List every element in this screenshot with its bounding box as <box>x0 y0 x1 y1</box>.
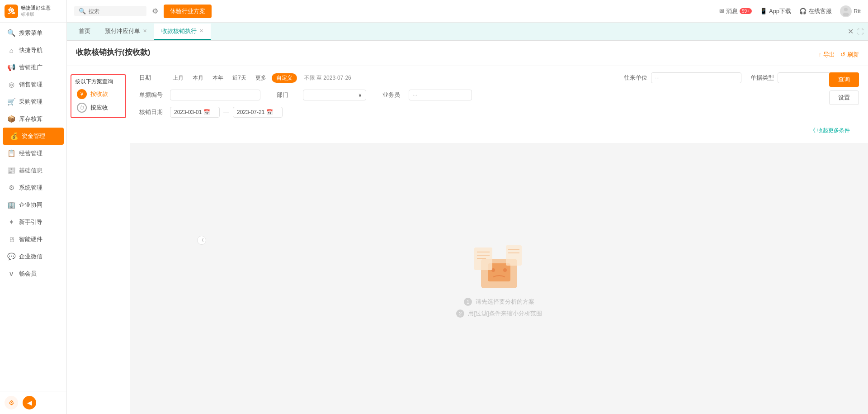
sidebar-item-sales[interactable]: ◎ 销售管理 <box>0 76 66 93</box>
sidebar-item-guide[interactable]: ✦ 新手引导 <box>0 214 66 231</box>
partner-label: 往来单位 <box>624 74 647 82</box>
empty-illustration <box>470 241 528 290</box>
panel-collapse-arrow[interactable]: 《 <box>197 236 206 245</box>
sidebar-item-marketing[interactable]: 📢 营销推广 <box>0 59 66 76</box>
sidebar-bottom: ⚙ ◀ <box>0 391 66 414</box>
svg-point-5 <box>503 268 507 272</box>
filter-item-by-receipt[interactable]: ¥ 按收款 <box>75 86 122 101</box>
sidebar-item-operation[interactable]: 📋 经营管理 <box>0 145 66 162</box>
sidebar-item-basic-info[interactable]: 📰 基础信息 <box>0 162 66 179</box>
date-options: 上月 本月 本年 近7天 更多 自定义 <box>169 73 297 83</box>
staff-input[interactable]: ··· <box>409 90 472 100</box>
logo-text-block: 畅捷通好生意 标准版 <box>21 5 51 17</box>
user-area[interactable]: Rit <box>840 5 861 17</box>
close-window-icon[interactable]: ✕ <box>848 27 854 36</box>
refresh-icon: ↺ <box>840 51 845 58</box>
write-off-date-range: 2023-03-01 📅 — 2023-07-21 📅 <box>170 107 283 118</box>
sidebar-item-member[interactable]: V 畅会员 <box>0 265 66 282</box>
tab-receipt[interactable]: 收款核销执行 ✕ <box>154 24 211 40</box>
query-row-1: 日期 上月 本月 本年 近7天 更多 自定义 不限 至 2023-07-26 <box>139 72 859 83</box>
expand-icon[interactable]: ⛶ <box>857 28 863 35</box>
sidebar-item-label: 企业协同 <box>19 201 42 209</box>
date-btn-this-month[interactable]: 本月 <box>189 73 207 83</box>
date-btn-7days[interactable]: 近7天 <box>229 73 250 83</box>
inventory-icon: 📦 <box>7 115 15 123</box>
partner-input[interactable]: ··· <box>651 72 741 83</box>
sidebar-item-label: 销售管理 <box>19 81 42 89</box>
doc-type-label: 单据类型 <box>750 74 774 82</box>
sales-icon: ◎ <box>7 81 15 89</box>
app-logo: 兔 畅捷通好生意 标准版 <box>0 0 66 23</box>
export-btn[interactable]: ↑ 导出 <box>819 51 835 59</box>
date-btn-this-year[interactable]: 本年 <box>209 73 227 83</box>
settings-icon[interactable]: ⚙ <box>5 396 18 409</box>
tab-label: 首页 <box>79 27 90 35</box>
tab-close-icon[interactable]: ✕ <box>143 28 147 34</box>
tab-label: 预付冲应付单 <box>105 27 140 35</box>
write-off-start-input[interactable]: 2023-03-01 📅 <box>170 107 220 118</box>
calendar-icon[interactable]: 📅 <box>266 109 273 115</box>
filter-item-by-receivable[interactable]: ⏱ 按应收 <box>75 101 122 114</box>
sidebar-item-funds[interactable]: 💰 资金管理 <box>3 128 64 145</box>
sidebar-item-search[interactable]: 🔍 搜索菜单 <box>0 24 66 42</box>
collapse-more-btn[interactable]: 《 收起更多条件 <box>139 124 859 137</box>
online-service-btn[interactable]: 🎧 在线客服 <box>799 7 832 15</box>
tab-close-icon[interactable]: ✕ <box>199 28 203 34</box>
sidebar-item-label: 经营管理 <box>19 149 42 157</box>
topbar-search-box[interactable]: 🔍 <box>74 6 146 16</box>
refresh-btn[interactable]: ↺ 刷新 <box>840 51 859 59</box>
query-btn[interactable]: 查询 <box>829 72 859 87</box>
doc-no-label: 单据编号 <box>139 91 163 99</box>
sidebar-item-label: 快捷导航 <box>19 46 42 54</box>
tab-prepay[interactable]: 预付冲应付单 ✕ <box>98 24 154 40</box>
sidebar-collapse-btn[interactable]: ◀ <box>23 396 36 409</box>
sidebar-item-shortcut[interactable]: ⌂ 快捷导航 <box>0 42 66 59</box>
empty-hint-1: 1 请先选择要分析的方案 <box>464 298 534 306</box>
sidebar-item-enterprise[interactable]: 🏢 企业协同 <box>0 196 66 214</box>
sidebar-item-system[interactable]: ⚙ 系统管理 <box>0 179 66 196</box>
sidebar-item-label: 系统管理 <box>19 184 42 192</box>
empty-state: 1 请先选择要分析的方案 2 用[过滤]条件来缩小分析范围 <box>130 144 868 414</box>
tab-home[interactable]: 首页 <box>71 24 98 40</box>
sidebar-item-purchase[interactable]: 🛒 采购管理 <box>0 93 66 110</box>
write-off-end-input[interactable]: 2023-07-21 📅 <box>233 107 283 118</box>
calendar-icon[interactable]: 📅 <box>203 109 210 115</box>
date-btn-more[interactable]: 更多 <box>252 73 270 83</box>
industry-btn[interactable]: 休验行业方案 <box>164 5 212 18</box>
date-separator: — <box>223 109 229 116</box>
filter-item-label: 按应收 <box>90 104 108 112</box>
export-icon: ↑ <box>819 51 822 58</box>
staff-label: 业务员 <box>382 91 405 99</box>
write-off-start-value: 2023-03-01 <box>174 109 202 115</box>
doc-no-input[interactable] <box>170 90 260 100</box>
app-download-btn[interactable]: 📱 App下载 <box>760 7 791 15</box>
purchase-icon: 🛒 <box>7 98 15 106</box>
gear-icon[interactable]: ⚙ <box>152 7 158 15</box>
sidebar-item-hardware[interactable]: 🖥 智能硬件 <box>0 231 66 248</box>
dept-select[interactable]: ∨ <box>303 90 366 100</box>
svg-point-1 <box>843 13 849 16</box>
sidebar-item-label: 畅会员 <box>19 270 37 278</box>
sidebar-item-inventory[interactable]: 📦 库存核算 <box>0 110 66 128</box>
search-input[interactable] <box>89 8 138 14</box>
query-row-2: 单据编号 部门 ∨ 业务员 ··· <box>139 90 859 100</box>
settings-btn[interactable]: 设置 <box>829 90 859 105</box>
message-badge: 99+ <box>740 8 752 14</box>
sidebar-item-label: 基础信息 <box>19 167 42 175</box>
member-icon: V <box>7 271 15 277</box>
sidebar-item-label: 采购管理 <box>19 98 42 106</box>
date-btn-last-month[interactable]: 上月 <box>169 73 187 83</box>
date-label: 日期 <box>139 74 162 82</box>
enterprise-icon: 🏢 <box>7 201 15 209</box>
avatar <box>840 5 852 17</box>
svg-rect-10 <box>506 245 522 266</box>
topbar: 🔍 ⚙ 休验行业方案 ✉ 消息 99+ 📱 App下载 🎧 在线客服 <box>67 0 868 23</box>
headphone-icon: 🎧 <box>799 8 807 14</box>
sidebar-item-wechat[interactable]: 💬 企业微信 <box>0 248 66 265</box>
date-btn-custom[interactable]: 自定义 <box>272 73 297 83</box>
logo-brand: 畅捷通好生意 <box>21 5 51 11</box>
receipt-filter-icon: ¥ <box>77 89 87 99</box>
tab-label: 收款核销执行 <box>161 27 197 35</box>
message-btn[interactable]: ✉ 消息 99+ <box>719 7 752 15</box>
staff-dots: ··· <box>413 92 417 98</box>
